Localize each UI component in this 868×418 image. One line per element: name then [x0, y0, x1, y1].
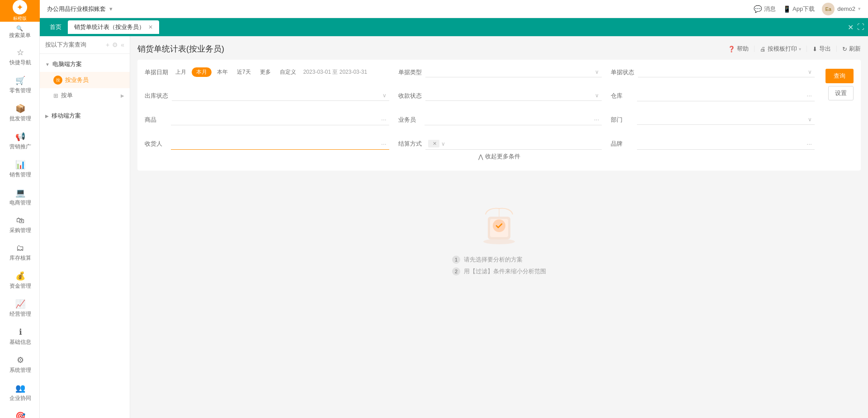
goods-select[interactable]: ···: [171, 114, 389, 125]
svg-point-3: [493, 219, 505, 232]
filter-settlement: 结算方式 ✕ ∨: [398, 138, 602, 150]
settlement-select[interactable]: ✕ ∨: [425, 138, 602, 150]
sidebar-purchase-label: 采购管理: [9, 227, 31, 234]
date-tab-this-year[interactable]: 本年: [213, 67, 231, 77]
sidebar-item-marketing[interactable]: 📢 营销推广: [0, 127, 39, 155]
sidebar-item-retail[interactable]: 🛒 零售管理: [0, 71, 39, 99]
sidebar-sales-label: 销售管理: [9, 171, 31, 179]
collapse-button[interactable]: ⋀ 收起更多条件: [145, 150, 854, 163]
sidebar-item-search[interactable]: 🔍 搜索菜单: [0, 22, 39, 43]
template-print-button[interactable]: 🖨 按模板打印 ▾: [760, 45, 801, 53]
app-icon: 📱: [783, 5, 791, 13]
sidebar-item-inventory[interactable]: 🗂 库存核算: [0, 239, 39, 266]
sidebar-item-quick[interactable]: ☆ 快捷导航: [0, 43, 39, 71]
receive-status-select[interactable]: ∨: [425, 90, 602, 101]
panel-mobile-group: ▶ 移动端方案: [40, 105, 130, 126]
sidebar-item-newbie[interactable]: 🎯 新手引导: [0, 407, 39, 418]
goods-dots[interactable]: ···: [381, 116, 387, 123]
left-panel-actions: + ⚙ «: [106, 41, 124, 48]
export-icon: ⬇: [812, 46, 817, 52]
collapse-panel-button[interactable]: «: [121, 41, 124, 48]
sidebar-item-operation[interactable]: 📈 经营管理: [0, 294, 39, 323]
query-button[interactable]: 查询: [826, 69, 854, 83]
date-tab-more[interactable]: 更多: [256, 67, 274, 77]
tab-close-all-button[interactable]: ✕: [848, 23, 854, 32]
settings-scheme-button[interactable]: ⚙: [112, 41, 118, 48]
settings-button[interactable]: 设置: [828, 86, 854, 100]
message-button[interactable]: 💬 消息: [754, 5, 776, 13]
date-tab-custom[interactable]: 自定义: [276, 67, 300, 77]
quick-icon: ☆: [17, 48, 24, 57]
date-tab-7days[interactable]: 近7天: [233, 67, 255, 77]
sidebar-nav: 🔍 搜索菜单 ☆ 快捷导航 🛒 零售管理 📦 批发管理 📢 营销推广 📊 销售管…: [0, 22, 39, 418]
tip-2-text: 用【过滤】条件来缩小分析范围: [464, 267, 546, 276]
sidebar-item-ecommerce[interactable]: 💻 电商管理: [0, 183, 39, 211]
export-label: 导出: [819, 45, 831, 53]
staff-select[interactable]: ···: [425, 114, 602, 125]
brand-label: 品牌: [611, 140, 633, 148]
app-download-button[interactable]: 📱 App下载: [783, 5, 815, 13]
sidebar-ecommerce-label: 电商管理: [9, 199, 31, 207]
tab-close-button[interactable]: ✕: [148, 24, 153, 30]
filter-staff: 业务员 ···: [398, 114, 602, 125]
tab-bar-actions: ✕ ⛶: [848, 23, 864, 32]
template-print-label: 按模板打印: [768, 45, 797, 53]
sidebar-item-wholesale[interactable]: 📦 批发管理: [0, 99, 39, 127]
tab-expand-button[interactable]: ⛶: [857, 23, 864, 31]
order-type-select[interactable]: ∨: [425, 67, 602, 77]
sales-icon: 📊: [15, 160, 25, 170]
tab-report-label: 销货单统计表（按业务员）: [74, 23, 145, 31]
sidebar-item-purchase[interactable]: 🛍 采购管理: [0, 211, 39, 239]
filter-consignee: 收货人 ···: [145, 138, 389, 150]
tab-home[interactable]: 首页: [43, 20, 68, 34]
left-panel-title: 按以下方案查询: [45, 41, 86, 49]
logo-text: 标橙版: [13, 15, 27, 22]
consignee-select[interactable]: ···: [171, 138, 389, 150]
panel-desktop-group-header[interactable]: ▼ 电脑端方案: [40, 57, 130, 72]
date-tab-last-month[interactable]: 上月: [172, 67, 190, 77]
sidebar-item-sales[interactable]: 📊 销售管理: [0, 155, 39, 183]
panel-sub-group-by-order[interactable]: ⊞ 按单 ▶: [40, 88, 130, 103]
consignee-dots[interactable]: ···: [381, 140, 387, 147]
user-dropdown-icon: ▾: [858, 6, 861, 12]
dept-select[interactable]: ∨: [637, 114, 815, 125]
brand-select[interactable]: ···: [637, 138, 815, 150]
print-icon: 🖨: [760, 46, 766, 52]
header-right: 💬 消息 📱 App下载 Ea demo2 ▾: [754, 3, 861, 15]
retail-icon: 🛒: [15, 76, 25, 86]
account-dropdown-btn[interactable]: ▾: [109, 5, 113, 12]
sidebar-item-corp[interactable]: 👥 企业协同: [0, 379, 39, 407]
sidebar-item-finance[interactable]: 💰 资金管理: [0, 266, 39, 294]
user-info-button[interactable]: Ea demo2 ▾: [822, 3, 861, 15]
sidebar-item-system[interactable]: ⚙ 系统管理: [0, 351, 39, 379]
staff-dots[interactable]: ···: [594, 116, 599, 123]
filter-date: 单据日期 上月 本月 本年 近7天 更多 自定义: [145, 67, 389, 77]
warehouse-dots[interactable]: ···: [807, 92, 812, 99]
dept-label: 部门: [611, 116, 633, 124]
panel-item-by-staff[interactable]: 按 按业务员: [40, 72, 130, 88]
sidebar-search-label: 搜索菜单: [9, 32, 31, 39]
app-logo[interactable]: ✦ 标橙版: [0, 0, 40, 22]
warehouse-select[interactable]: ···: [637, 90, 815, 101]
help-button[interactable]: ❓ 帮助: [728, 45, 749, 53]
date-range-value: 2023-03-01 至 2023-03-31: [303, 68, 367, 76]
settlement-tag-close[interactable]: ✕: [433, 141, 437, 147]
add-scheme-button[interactable]: +: [106, 41, 109, 48]
tab-report[interactable]: 销货单统计表（按业务员） ✕: [68, 20, 159, 34]
order-type-label: 单据类型: [398, 68, 422, 76]
panel-mobile-group-header[interactable]: ▶ 移动端方案: [40, 108, 130, 124]
brand-dots[interactable]: ···: [807, 140, 812, 147]
sidebar-item-basic[interactable]: ℹ 基础信息: [0, 323, 39, 351]
empty-tips: 1 请先选择要分析的方案 2 用【过滤】条件来缩小分析范围: [452, 256, 546, 276]
date-tab-this-month[interactable]: 本月: [192, 67, 212, 77]
order-status-select[interactable]: ∨: [638, 67, 815, 77]
refresh-button[interactable]: ↻ 刷新: [842, 45, 861, 53]
avatar-initials: Ea: [826, 6, 831, 12]
out-status-select[interactable]: ∨: [172, 90, 389, 101]
header-left: 办公用品行业模拟账套 ▾: [47, 5, 113, 13]
filter-row-3: 商品 ··· 业务员 ···: [145, 114, 815, 125]
sidebar-operation-label: 经营管理: [9, 310, 31, 318]
message-icon: 💬: [754, 5, 762, 13]
export-button[interactable]: ⬇ 导出: [812, 45, 831, 53]
order-status-arrow: ∨: [808, 69, 812, 75]
